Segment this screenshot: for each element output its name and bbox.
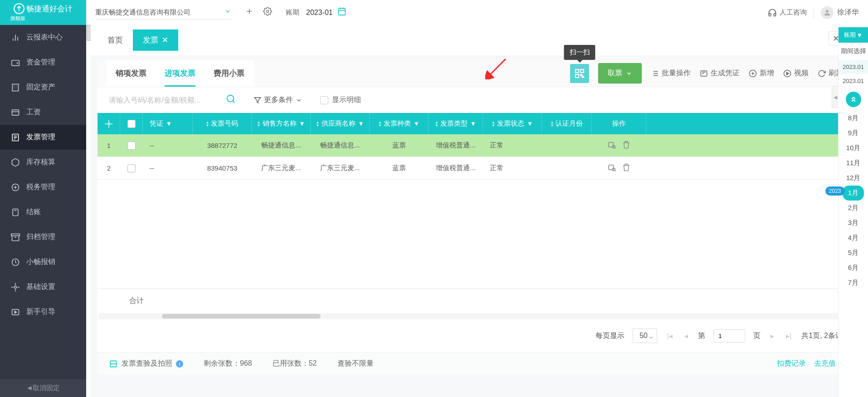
gear-icon[interactable] xyxy=(263,7,272,18)
col-seller[interactable]: ▲▼销售方名称▼ xyxy=(252,113,311,134)
col-voucher[interactable]: 凭证▼ xyxy=(143,113,193,134)
col-type[interactable]: ▲▼发票类型▼ xyxy=(429,113,483,134)
plus-icon[interactable] xyxy=(245,7,254,18)
chart-icon xyxy=(11,33,20,42)
svg-rect-22 xyxy=(13,209,18,216)
stock-icon xyxy=(11,158,20,167)
company-selector[interactable]: 重庆畅捷交通信息咨询有限公司 xyxy=(95,5,231,20)
search-icon[interactable] xyxy=(226,94,236,106)
col-settings[interactable] xyxy=(98,113,120,134)
delete-icon[interactable] xyxy=(622,141,630,150)
period-month[interactable]: 6月 xyxy=(843,260,864,275)
col-kind[interactable]: ▲▼发票种类▼ xyxy=(370,113,429,134)
scan-icon xyxy=(109,359,118,368)
sidebar-item-guide[interactable]: 新手引导 xyxy=(0,299,86,324)
sidebar-item-label: 发票管理 xyxy=(26,132,55,142)
chevron-down-icon: ⌄ xyxy=(648,332,654,340)
table-row[interactable]: 2--83940753广东三元麦...广东三元麦...蓝票增值税普通...正常 xyxy=(98,157,861,180)
period-month[interactable]: 12月 xyxy=(841,171,866,186)
sidebar-item-settings[interactable]: 基础设置 xyxy=(0,274,86,299)
fee-record-link[interactable]: 扣费记录 xyxy=(777,359,806,368)
sidebar-item-invoice[interactable]: 发票管理 xyxy=(0,125,86,150)
col-supplier[interactable]: ▲▼供应商名称▼ xyxy=(311,113,370,134)
sidebar-item-archive[interactable]: 归档管理 xyxy=(0,225,86,250)
period-panel: ◀ 账期 ▼ 期间选择 2023.01 2023.01 8月9月10月11月12… xyxy=(838,27,868,397)
per-page-select[interactable]: 50 ⌄ xyxy=(633,328,657,343)
sidebar-item-tax[interactable]: 税务管理 xyxy=(0,175,86,200)
batch-button[interactable]: 批量操作 xyxy=(651,69,691,78)
col-month[interactable]: ▲▼认证月份 xyxy=(542,113,592,134)
subtab-sales[interactable]: 销项发票 xyxy=(107,60,156,87)
sidebar-item-building[interactable]: 固定资产 xyxy=(0,75,86,100)
view-icon[interactable] xyxy=(608,141,616,150)
scrollbar-thumb[interactable] xyxy=(162,314,321,319)
subtab-purchase[interactable]: 进项发票 xyxy=(156,60,205,87)
col-invoice-no[interactable]: ▲▼发票号码 xyxy=(193,113,252,134)
sidebar-unpin[interactable]: ◄取消固定 xyxy=(0,379,86,397)
period-month[interactable]: 11月 xyxy=(841,156,866,171)
sidebar-item-wallet[interactable]: 资金管理 xyxy=(0,50,86,75)
more-conditions[interactable]: 更多条件 xyxy=(254,95,302,105)
svg-rect-1 xyxy=(338,8,345,15)
col-select-all[interactable] xyxy=(120,113,143,134)
page-last[interactable]: ▸| xyxy=(784,330,793,342)
horizontal-scrollbar[interactable] xyxy=(98,313,860,319)
filter-icon: ▼ xyxy=(299,120,305,127)
row-checkbox[interactable] xyxy=(127,164,136,172)
recharge-link[interactable]: 去充值 xyxy=(814,359,836,368)
page-prev[interactable]: ◂ xyxy=(683,330,690,342)
logo-icon xyxy=(14,3,24,14)
sidebar-item-stock[interactable]: 库存核算 xyxy=(0,150,86,175)
scroll-up-button[interactable] xyxy=(846,92,861,107)
period-month[interactable]: 5月 xyxy=(843,245,864,260)
period-month[interactable]: 7月 xyxy=(843,275,864,290)
user-menu[interactable]: 徐泽华 xyxy=(821,6,859,19)
qr-scan-button[interactable]: 扫一扫 xyxy=(570,64,589,83)
delete-icon[interactable] xyxy=(622,163,630,173)
checkbox[interactable] xyxy=(320,96,328,104)
svg-rect-8 xyxy=(12,60,20,66)
tab-invoice[interactable]: 发票 ✕ xyxy=(133,29,178,51)
svg-point-26 xyxy=(15,286,17,288)
period-year-end[interactable]: 2023.01 xyxy=(839,74,868,88)
support-link[interactable]: 人工咨询 xyxy=(768,8,807,17)
period-button[interactable]: 账期 ▼ xyxy=(839,27,868,43)
period-month[interactable]: 3月 xyxy=(843,216,864,230)
tab-home[interactable]: 首页 xyxy=(98,29,133,51)
page-first[interactable]: |◂ xyxy=(665,330,674,342)
add-button[interactable]: 新增 xyxy=(749,69,774,78)
close-icon[interactable]: ✕ xyxy=(162,35,168,45)
row-checkbox[interactable] xyxy=(127,142,136,150)
panel-collapse[interactable]: ◀ xyxy=(832,86,839,108)
search-input[interactable] xyxy=(109,96,236,104)
gen-voucher-button[interactable]: 生成凭证 xyxy=(700,69,740,78)
show-detail-toggle[interactable]: 显示明细 xyxy=(320,95,361,105)
page-input[interactable] xyxy=(713,329,745,343)
subtab-receipt[interactable]: 费用小票 xyxy=(205,60,254,87)
page-next[interactable]: ▸ xyxy=(769,330,776,342)
avatar xyxy=(821,6,834,19)
period-month[interactable]: 2月 xyxy=(843,201,864,216)
sidebar-item-wage[interactable]: 工资 xyxy=(0,100,86,125)
sidebar-item-label: 小畅报销 xyxy=(26,257,55,267)
period-month[interactable]: 9月 xyxy=(843,126,864,141)
period-month[interactable]: 1月2023 xyxy=(843,186,864,201)
svg-marker-47 xyxy=(787,72,789,75)
col-status[interactable]: ▲▼发票状态▼ xyxy=(483,113,542,134)
info-icon[interactable]: i xyxy=(176,360,183,368)
fetch-button[interactable]: 取票 xyxy=(598,63,642,83)
year-badge: 2023 xyxy=(825,186,845,196)
sidebar-item-reimburse[interactable]: 小畅报销 xyxy=(0,250,86,274)
per-page-label: 每页显示 xyxy=(595,331,624,341)
calendar-icon[interactable] xyxy=(337,7,346,18)
sidebar-item-close-book[interactable]: 结账 xyxy=(0,200,86,225)
table-row[interactable]: 1--38872772畅捷通信息...畅捷通信息...蓝票增值税普通...正常 xyxy=(98,134,861,157)
video-button[interactable]: 视频 xyxy=(783,69,809,78)
period-year-start[interactable]: 2023.01 xyxy=(839,60,868,74)
period-month[interactable]: 8月 xyxy=(843,111,864,126)
period-month[interactable]: 4月 xyxy=(843,230,864,245)
period-month[interactable]: 10月 xyxy=(841,141,866,156)
view-icon[interactable] xyxy=(608,163,616,173)
sidebar-item-chart[interactable]: 云报表中心 xyxy=(0,25,86,50)
svg-line-49 xyxy=(233,101,234,103)
